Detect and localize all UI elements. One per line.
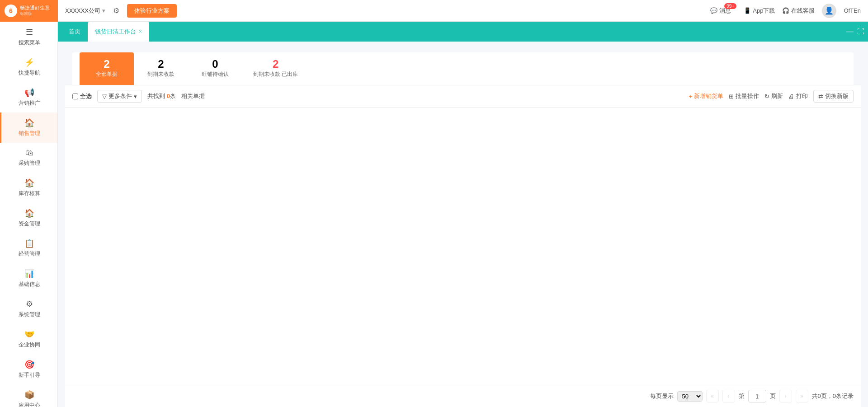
online-service-label: 在线客服 <box>791 7 815 15</box>
stat-num-all: 2 <box>104 58 109 70</box>
sidebar-item-finance[interactable]: 🏠 资金管理 <box>0 203 57 233</box>
stat-tab-overdue-unpaid[interactable]: 2 到期未收款 <box>134 52 188 85</box>
sys-manage-icon: ⚙ <box>26 299 33 309</box>
logo-name: 畅捷通好生意 <box>20 5 50 11</box>
company-selector[interactable]: XXXXXX公司 ▾ <box>65 7 105 15</box>
app-download-action[interactable]: 📱 App下载 <box>744 7 775 15</box>
page-size-label: 每页显示 <box>650 392 674 400</box>
batch-icon: ⊞ <box>729 93 734 100</box>
inventory-icon: 🏠 <box>24 178 34 188</box>
stats-tabs: 2 全部单据 2 到期未收款 0 旺铺待确认 2 到期未收款 已出库 <box>72 52 854 85</box>
header-right: 💬 消息 99+ 📱 App下载 🎧 在线客服 👤 OfTEn <box>710 4 861 18</box>
select-all-label[interactable]: 全选 <box>72 92 92 100</box>
add-label: 新增销货单 <box>694 92 723 100</box>
stat-label-overdue-unshipped: 到期未收款 已出库 <box>253 70 298 78</box>
stat-tab-wangpu[interactable]: 0 旺铺待确认 <box>188 52 242 85</box>
filter-label: 更多条件 <box>108 92 132 100</box>
stat-label-overdue: 到期未收款 <box>147 70 175 78</box>
tab-minimize-button[interactable]: — <box>846 28 854 36</box>
stat-tab-all[interactable]: 2 全部单据 <box>80 52 134 85</box>
search-menu-icon: ☰ <box>26 27 33 37</box>
top-header: 6 畅捷通好生意 标准版 XXXXXX公司 ▾ ⚙ 体验行业方案 💬 消息 99… <box>0 0 868 22</box>
last-page-button[interactable]: » <box>796 390 808 402</box>
first-page-icon: « <box>711 393 714 399</box>
page-number-input[interactable] <box>748 390 766 402</box>
print-icon: 🖨 <box>788 93 794 100</box>
sidebar-item-operations[interactable]: 📋 经营管理 <box>0 233 57 263</box>
tab-bar: 首页 钱货日清工作台 × — ⛶ <box>58 22 868 42</box>
online-service-action[interactable]: 🎧 在线客服 <box>782 7 815 15</box>
page-size-select[interactable]: 50 100 200 <box>677 391 703 402</box>
sidebar-item-beginner[interactable]: 🎯 新手引导 <box>0 354 57 384</box>
company-name: XXXXXX公司 <box>65 7 100 15</box>
stat-label-all: 全部单据 <box>96 70 118 78</box>
switch-icon: ⇄ <box>818 93 823 100</box>
add-sale-order-button[interactable]: + 新增销货单 <box>689 92 723 100</box>
online-service-icon: 🎧 <box>782 7 789 14</box>
sidebar-item-cooperation[interactable]: 🤝 企业协同 <box>0 324 57 354</box>
sidebar-item-label: 销售管理 <box>19 130 40 137</box>
filter-icon: ▽ <box>102 93 107 100</box>
sidebar-item-label: 基础信息 <box>19 281 40 288</box>
stat-label-wangpu: 旺铺待确认 <box>202 70 229 78</box>
experience-button[interactable]: 体验行业方案 <box>127 4 177 18</box>
app-download-icon: 📱 <box>744 7 751 14</box>
logo-icon: 6 <box>5 5 17 17</box>
tab-active[interactable]: 钱货日清工作台 × <box>88 22 149 42</box>
settings-button[interactable]: ⚙ <box>109 4 123 18</box>
refresh-label: 刷新 <box>771 92 783 100</box>
prev-page-button[interactable]: ‹ <box>722 390 735 402</box>
refresh-button[interactable]: ↻ 刷新 <box>764 92 783 100</box>
sidebar-item-label: 营销推广 <box>19 99 40 107</box>
stat-tab-overdue-unshipped[interactable]: 2 到期未收款 已出库 <box>242 52 309 85</box>
sidebar-item-sales[interactable]: 🏠 销售管理 <box>0 112 57 143</box>
avatar[interactable]: 👤 <box>822 4 836 18</box>
filter-button[interactable]: ▽ 更多条件 ▾ <box>97 90 142 103</box>
sidebar-item-label: 搜索菜单 <box>19 39 40 47</box>
toolbar-right: + 新增销货单 ⊞ 批量操作 ↻ 刷新 🖨 打印 <box>689 90 854 103</box>
page-content: 2 全部单据 2 到期未收款 0 旺铺待确认 2 到期未收款 已出库 <box>58 42 868 407</box>
select-all-checkbox[interactable] <box>72 94 78 99</box>
app-download-label: App下载 <box>753 7 775 15</box>
switch-version-button[interactable]: ⇄ 切换新版 <box>813 90 854 103</box>
message-badge: 99+ <box>724 3 736 9</box>
sales-icon: 🏠 <box>24 118 34 128</box>
next-page-button[interactable]: › <box>779 390 792 402</box>
app-center-icon: 📦 <box>24 390 34 400</box>
finance-icon: 🏠 <box>24 208 34 218</box>
tab-maximize-button[interactable]: ⛶ <box>857 28 864 36</box>
table-area <box>65 108 861 385</box>
purchase-icon: 🛍 <box>25 148 33 158</box>
cooperation-icon: 🤝 <box>24 329 34 339</box>
sidebar-item-marketing[interactable]: 📢 营销推广 <box>0 82 57 112</box>
tab-home[interactable]: 首页 <box>61 22 88 42</box>
sidebar-item-base-info[interactable]: 📊 基础信息 <box>0 263 57 294</box>
message-action[interactable]: 💬 消息 99+ <box>710 7 731 15</box>
logo-tag: 标准版 <box>20 11 50 17</box>
add-icon: + <box>689 93 692 100</box>
sidebar-item-label: 快捷导航 <box>19 69 40 77</box>
batch-operation-button[interactable]: ⊞ 批量操作 <box>729 92 759 100</box>
sidebar-item-label: 资金管理 <box>19 220 40 228</box>
first-page-button[interactable]: « <box>706 390 719 402</box>
refresh-icon: ↻ <box>764 93 769 100</box>
stat-num-overdue: 2 <box>158 58 164 70</box>
select-all-text: 全选 <box>80 92 92 100</box>
base-info-icon: 📊 <box>24 269 34 279</box>
sidebar-item-sys-manage[interactable]: ⚙ 系统管理 <box>0 294 57 324</box>
tab-close-icon[interactable]: × <box>139 28 142 35</box>
sidebar-item-inventory[interactable]: 🏠 库存核算 <box>0 173 57 203</box>
sidebar-item-search-menu[interactable]: ☰ 搜索菜单 <box>0 22 57 52</box>
next-page-icon: › <box>785 393 787 399</box>
page-suffix: 页 <box>770 392 776 400</box>
message-icon: 💬 <box>710 7 717 14</box>
marketing-icon: 📢 <box>24 88 34 98</box>
sidebar-item-purchase[interactable]: 🛍 采购管理 <box>0 143 57 173</box>
operations-icon: 📋 <box>24 239 34 248</box>
sidebar-item-quick-nav[interactable]: ⚡ 快捷导航 <box>0 52 57 82</box>
sidebar-item-label: 新手引导 <box>19 371 40 379</box>
toolbar: 全选 ▽ 更多条件 ▾ 共找到 0条 相关单据 + 新增销货单 <box>65 85 861 108</box>
count-text: 共找到 0条 <box>147 92 176 100</box>
print-button[interactable]: 🖨 打印 <box>788 92 808 100</box>
sidebar-item-app-center[interactable]: 📦 应用中心 <box>0 384 57 407</box>
